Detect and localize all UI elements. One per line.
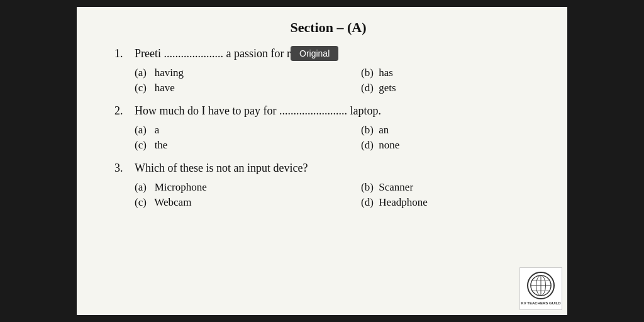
q2-opt-b-label: (b) xyxy=(361,124,374,136)
logo-emblem xyxy=(527,272,555,299)
q2-opt-c-text: the xyxy=(155,139,168,151)
q2-options-row2: (c) the (d) none xyxy=(135,139,542,152)
q3-opt-d-text: Headphone xyxy=(379,196,427,209)
question-2: 2. How much do I have to pay for .......… xyxy=(114,104,542,152)
q1-opt-d-text: gets xyxy=(379,82,396,94)
q1-options: (a) having (b) has (c) have (d) gets xyxy=(135,67,542,94)
q2-opt-b: (b) an xyxy=(361,124,389,136)
q2-number: 2. xyxy=(114,104,135,118)
q3-opt-c-label: (c) xyxy=(135,196,147,208)
q3-options-row2: (c) Webcam (d) Headphone xyxy=(135,196,542,209)
q3-options-row1: (a) Microphone (b) Scanner xyxy=(135,181,542,194)
q3-opt-b-label: (b) xyxy=(361,181,374,194)
q2-opt-c-label: (c) xyxy=(135,139,147,151)
q1-opt-b-text: has xyxy=(379,67,393,79)
q1-opt-c-label: (c) xyxy=(135,82,147,94)
q1-opt-b-label: (b) xyxy=(361,67,374,79)
q3-opt-d-label: (d) xyxy=(361,196,374,209)
q1-opt-d-label: (d) xyxy=(361,82,374,94)
q3-text: Which of these is not an input device? xyxy=(135,162,308,175)
q2-opt-c: (c) the xyxy=(135,139,361,152)
q2-text: How much do I have to pay for ..........… xyxy=(135,104,381,118)
q1-opt-a: (a) having xyxy=(135,67,361,79)
q2-opt-d: (d) none xyxy=(361,139,399,152)
q3-opt-a-text: Microphone xyxy=(155,181,207,193)
q1-options-row1: (a) having (b) has xyxy=(135,67,542,79)
q3-opt-a: (a) Microphone xyxy=(135,181,361,194)
q1-opt-a-text: having xyxy=(155,67,184,79)
section-title: Section – (A) xyxy=(114,19,542,36)
q2-opt-a: (a) a xyxy=(135,124,361,136)
q3-opt-c: (c) Webcam xyxy=(135,196,361,209)
q1-opt-c: (c) have xyxy=(135,82,361,94)
content-area: Section – (A) Original 1. Preeti .......… xyxy=(77,7,567,315)
q3-opt-a-label: (a) xyxy=(135,181,147,193)
original-badge: Original xyxy=(291,46,338,61)
logo-text: KV TEACHERS GUILD xyxy=(521,301,560,306)
q3-number: 3. xyxy=(114,162,135,175)
q3-opt-b: (b) Scanner xyxy=(361,181,413,194)
q1-opt-d: (d) gets xyxy=(361,82,396,94)
question-3: 3. Which of these is not an input device… xyxy=(114,162,542,209)
q1-opt-b: (b) has xyxy=(361,67,393,79)
q2-options-row1: (a) a (b) an xyxy=(135,124,542,136)
logo: KV TEACHERS GUILD xyxy=(519,267,562,310)
q1-opt-a-label: (a) xyxy=(135,67,147,79)
q2-opt-d-text: none xyxy=(379,139,399,152)
q2-opt-d-label: (d) xyxy=(361,139,374,152)
q3-options: (a) Microphone (b) Scanner (c) Webcam (d… xyxy=(135,181,542,209)
q1-opt-c-text: have xyxy=(155,82,175,94)
q3-opt-c-text: Webcam xyxy=(154,196,191,208)
q2-opt-a-text: a xyxy=(155,124,160,136)
q3-opt-b-text: Scanner xyxy=(379,181,413,194)
q2-opt-b-text: an xyxy=(379,124,389,136)
q2-opt-a-label: (a) xyxy=(135,124,147,136)
q3-opt-d: (d) Headphone xyxy=(361,196,428,209)
q2-options: (a) a (b) an (c) the (d) none xyxy=(135,124,542,152)
q1-options-row2: (c) have (d) gets xyxy=(135,82,542,94)
q1-number: 1. xyxy=(114,47,135,60)
